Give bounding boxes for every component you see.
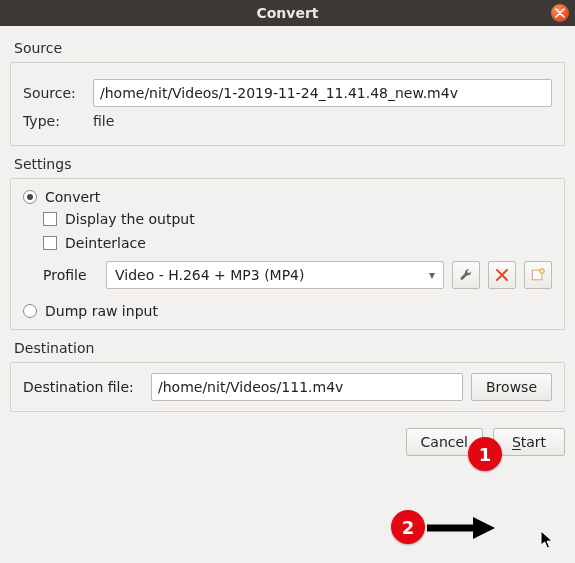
svg-marker-3: [473, 517, 495, 539]
delete-profile-button[interactable]: [488, 261, 516, 289]
profile-dropdown[interactable]: Video - H.264 + MP3 (MP4) ▾: [106, 261, 444, 289]
radio-dump-indicator: [23, 304, 37, 318]
dialog-footer: Cancel Start: [0, 422, 575, 466]
mouse-cursor-icon: [540, 530, 556, 550]
browse-button[interactable]: Browse: [471, 373, 552, 401]
checkbox-deinterlace[interactable]: Deinterlace: [43, 235, 552, 251]
wrench-icon: [459, 268, 473, 282]
window-title: Convert: [256, 5, 318, 21]
chevron-down-icon: ▾: [429, 268, 435, 282]
cancel-button-label: Cancel: [421, 434, 468, 450]
source-group: Source: Type: file: [10, 62, 565, 146]
edit-profile-button[interactable]: [452, 261, 480, 289]
destination-group-label: Destination: [14, 340, 563, 356]
new-profile-icon: [531, 268, 545, 282]
radio-convert-label: Convert: [45, 189, 100, 205]
profile-dropdown-value: Video - H.264 + MP3 (MP4): [115, 267, 305, 283]
destination-file-input[interactable]: [151, 373, 463, 401]
checkbox-deinterlace-label: Deinterlace: [65, 235, 146, 251]
settings-group-label: Settings: [14, 156, 563, 172]
radio-convert-indicator: [23, 190, 37, 204]
checkbox-display-output[interactable]: Display the output: [43, 211, 552, 227]
profile-label: Profile: [43, 267, 98, 283]
destination-group: Destination file: Browse: [10, 362, 565, 412]
checkbox-display-output-box: [43, 212, 57, 226]
radio-dump-label: Dump raw input: [45, 303, 158, 319]
new-profile-button[interactable]: [524, 261, 552, 289]
radio-convert[interactable]: Convert: [23, 189, 552, 205]
annotation-badge-2: 2: [391, 510, 425, 544]
source-group-label: Source: [14, 40, 563, 56]
settings-group: Convert Display the output Deinterlace P…: [10, 178, 565, 330]
annotation-arrow: [425, 516, 495, 540]
cancel-button[interactable]: Cancel: [406, 428, 483, 456]
browse-button-label: Browse: [486, 379, 537, 395]
type-value: file: [93, 113, 114, 129]
delete-x-icon: [496, 269, 508, 281]
start-button-label: Start: [512, 434, 546, 450]
source-input[interactable]: [93, 79, 552, 107]
type-label: Type:: [23, 113, 83, 129]
close-icon: [555, 8, 565, 18]
checkbox-deinterlace-box: [43, 236, 57, 250]
source-label: Source:: [23, 85, 83, 101]
radio-dump[interactable]: Dump raw input: [23, 303, 552, 319]
titlebar: Convert: [0, 0, 575, 26]
destination-file-label: Destination file:: [23, 379, 143, 395]
close-button[interactable]: [551, 4, 569, 22]
start-button[interactable]: Start: [493, 428, 565, 456]
checkbox-display-output-label: Display the output: [65, 211, 195, 227]
